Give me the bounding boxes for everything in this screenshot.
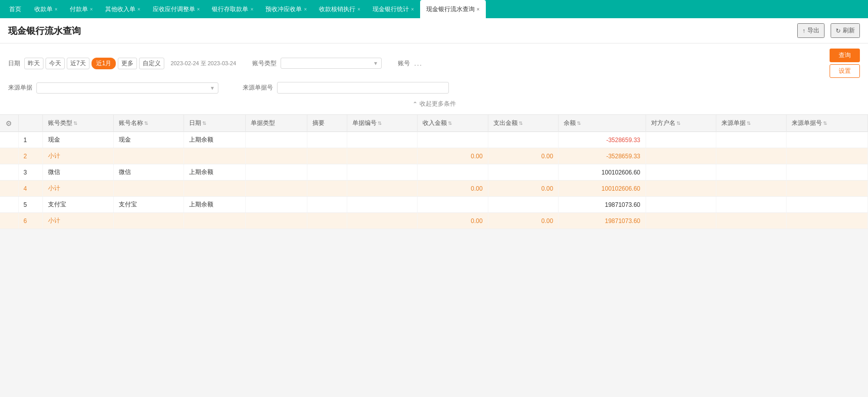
- nav-home[interactable]: 首页: [2, 5, 28, 14]
- date-range: 2023-02-24 至 2023-03-24: [170, 60, 236, 67]
- nav-tab-prepay[interactable]: 预收冲应收单 ×: [259, 0, 313, 18]
- td-date: [184, 181, 246, 197]
- th-date[interactable]: 日期⇅: [184, 115, 246, 132]
- td-date: 上期余额: [184, 132, 246, 148]
- account-group: 账号 ...: [398, 59, 422, 68]
- sort-icon: ⇅: [73, 120, 77, 126]
- td-summary: [307, 148, 347, 164]
- td-account-name: 现金: [113, 132, 184, 148]
- th-expense[interactable]: 支出金额⇅: [488, 115, 558, 132]
- th-source-doc-no[interactable]: 来源单据号⇅: [787, 115, 868, 132]
- account-label: 账号: [398, 59, 410, 68]
- td-source-doc: [716, 197, 786, 213]
- td-expense: [488, 197, 558, 213]
- nav-tab-other-income[interactable]: 其他收入单 ×: [99, 0, 147, 18]
- account-dots[interactable]: ...: [414, 59, 422, 68]
- td-balance: 19871073.60: [559, 197, 646, 213]
- th-income[interactable]: 收入金额⇅: [418, 115, 488, 132]
- source-doc-no-input[interactable]: [277, 82, 449, 94]
- filter-area: 日期 昨天 今天 近7天 近1月 更多 自定义 2023-02-24 至 202…: [0, 43, 868, 115]
- td-doc-type: [245, 197, 307, 213]
- td-index: 1: [18, 132, 43, 148]
- close-icon[interactable]: ×: [250, 7, 253, 12]
- date-btn-7days[interactable]: 近7天: [67, 58, 89, 69]
- sort-icon: ⇅: [747, 120, 751, 126]
- refresh-button[interactable]: ↻ 刷新: [831, 23, 860, 38]
- td-doc-type: [245, 213, 307, 229]
- th-counterpart[interactable]: 对方户名⇅: [646, 115, 716, 132]
- td-source-doc: [716, 148, 786, 164]
- header-actions: ↑ 导出 ↻ 刷新: [797, 23, 860, 38]
- export-button[interactable]: ↑ 导出: [797, 23, 825, 38]
- collapse-bar[interactable]: ⌃ 收起更多条件: [8, 98, 860, 110]
- nav-tab-payments[interactable]: 付款单 ×: [64, 0, 99, 18]
- th-summary: 摘要: [307, 115, 347, 132]
- sort-icon: ⇅: [378, 120, 382, 126]
- th-balance[interactable]: 余额⇅: [559, 115, 646, 132]
- td-expense: 0.00: [488, 148, 558, 164]
- sort-icon: ⇅: [676, 120, 680, 126]
- close-icon[interactable]: ×: [90, 7, 93, 12]
- close-icon[interactable]: ×: [411, 7, 414, 12]
- td-gear: [0, 132, 18, 148]
- gear-icon: ⚙: [6, 119, 12, 127]
- account-type-select[interactable]: ▾: [281, 58, 382, 69]
- th-doc-type: 单据类型: [245, 115, 307, 132]
- td-income: [418, 164, 488, 181]
- td-account-type: 支付宝: [43, 197, 113, 213]
- settings-button[interactable]: 设置: [830, 64, 860, 78]
- close-icon[interactable]: ×: [197, 7, 200, 12]
- td-gear: [0, 181, 18, 197]
- td-account-name: [113, 181, 184, 197]
- nav-tab-receipts[interactable]: 收款单 ×: [28, 0, 64, 18]
- td-account-name: 支付宝: [113, 197, 184, 213]
- refresh-icon: ↻: [836, 27, 841, 34]
- td-source-doc-no: [787, 132, 868, 148]
- td-balance: -3528659.33: [559, 148, 646, 164]
- th-doc-no[interactable]: 单据编号⇅: [347, 115, 417, 132]
- close-icon[interactable]: ×: [357, 7, 360, 12]
- nav-tab-adjustments[interactable]: 应收应付调整单 ×: [147, 0, 206, 18]
- td-account-type: 小计: [43, 213, 113, 229]
- table-header-row: ⚙ 账号类型⇅ 账号名称⇅ 日期⇅ 单据类型 摘要 单据编号⇅ 收入金额⇅ 支出…: [0, 115, 868, 132]
- td-expense: [488, 132, 558, 148]
- filter-row-2: 来源单据 ▾ 来源单据号: [8, 82, 860, 94]
- account-type-label: 账号类型: [252, 59, 277, 68]
- date-btn-custom[interactable]: 自定义: [139, 58, 164, 69]
- source-doc-no-group: 来源单据号: [243, 82, 449, 94]
- date-filter-group: 日期 昨天 今天 近7天 近1月 更多 自定义 2023-02-24 至 202…: [8, 58, 236, 69]
- chevron-down-icon: ▾: [374, 60, 377, 67]
- td-doc-type: [245, 164, 307, 181]
- query-button[interactable]: 查询: [830, 49, 860, 62]
- close-icon[interactable]: ×: [138, 7, 141, 12]
- td-source-doc: [716, 213, 786, 229]
- td-counterpart: [646, 181, 716, 197]
- td-account-type: 小计: [43, 148, 113, 164]
- th-account-name[interactable]: 账号名称⇅: [113, 115, 184, 132]
- th-account-type[interactable]: 账号类型⇅: [43, 115, 113, 132]
- page-title: 现金银行流水查询: [8, 25, 81, 37]
- sort-icon: ⇅: [577, 120, 581, 126]
- td-gear: [0, 213, 18, 229]
- td-summary: [307, 197, 347, 213]
- td-gear: [0, 197, 18, 213]
- date-btn-today[interactable]: 今天: [45, 58, 65, 69]
- date-btn-1month[interactable]: 近1月: [92, 58, 116, 69]
- nav-tab-stats[interactable]: 现金银行统计 ×: [367, 0, 420, 18]
- close-icon[interactable]: ×: [55, 7, 58, 12]
- date-btn-yesterday[interactable]: 昨天: [24, 58, 43, 69]
- date-btn-more[interactable]: 更多: [118, 58, 137, 69]
- close-icon[interactable]: ×: [304, 7, 307, 12]
- nav-tab-verify[interactable]: 收款核销执行 ×: [313, 0, 367, 18]
- td-income: 0.00: [418, 148, 488, 164]
- nav-tab-flow-query[interactable]: 现金银行流水查询 ×: [420, 0, 486, 18]
- sort-icon: ⇅: [519, 120, 523, 126]
- page-header: 现金银行流水查询 ↑ 导出 ↻ 刷新: [0, 18, 868, 43]
- source-doc-select[interactable]: ▾: [36, 82, 218, 94]
- th-source-doc[interactable]: 来源单据⇅: [716, 115, 786, 132]
- td-income: [418, 132, 488, 148]
- nav-tab-bank-deposit[interactable]: 银行存取款单 ×: [206, 0, 259, 18]
- close-icon[interactable]: ×: [477, 7, 480, 12]
- td-summary: [307, 181, 347, 197]
- th-gear[interactable]: ⚙: [0, 115, 18, 132]
